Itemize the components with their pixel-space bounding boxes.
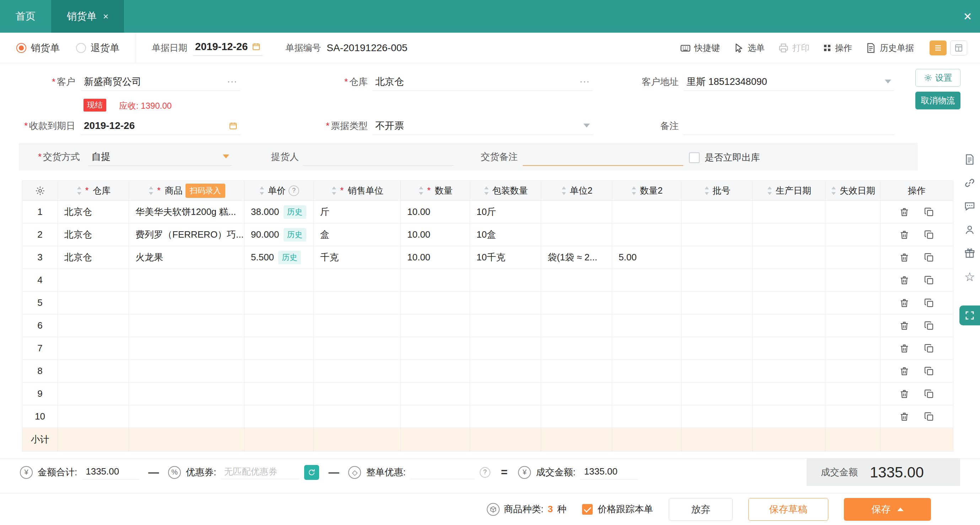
cell-exp-date[interactable] — [826, 269, 880, 292]
list-view-toggle[interactable] — [929, 40, 947, 56]
save-draft-button[interactable]: 保存草稿 — [748, 498, 828, 521]
price-track-checkbox[interactable]: 价格跟踪本单 — [582, 503, 653, 515]
sort-icon[interactable] — [331, 186, 337, 196]
delete-row-icon[interactable] — [899, 366, 910, 377]
cell-unit2[interactable] — [541, 405, 612, 428]
order-discount-input[interactable] — [411, 466, 475, 479]
delete-row-icon[interactable] — [899, 252, 910, 263]
cell-exp-date[interactable] — [826, 383, 880, 405]
cell-warehouse[interactable] — [58, 314, 129, 337]
cell-product[interactable] — [129, 360, 245, 383]
sort-icon[interactable] — [418, 186, 424, 196]
tab-home[interactable]: 首页 — [0, 0, 51, 33]
delete-row-icon[interactable] — [899, 411, 910, 422]
delete-row-icon[interactable] — [899, 320, 910, 331]
cell-qty2[interactable] — [612, 360, 681, 383]
price-help-icon[interactable]: ? — [288, 185, 299, 196]
cell-warehouse[interactable]: 北京仓 — [58, 201, 129, 223]
cell-unit2[interactable] — [541, 292, 612, 314]
due-date-field[interactable]: 2019-12-26 — [81, 116, 240, 135]
cell-warehouse[interactable] — [58, 269, 129, 292]
gift-icon[interactable] — [963, 247, 977, 260]
cell-product[interactable] — [129, 383, 245, 405]
picker-input[interactable] — [306, 151, 451, 162]
cell-warehouse[interactable] — [58, 337, 129, 360]
cell-pack-qty[interactable]: 10千克 — [470, 246, 541, 269]
cell-qty2[interactable] — [612, 201, 681, 223]
chevron-down-icon[interactable] — [223, 154, 229, 158]
cell-qty2[interactable] — [612, 383, 681, 405]
scan-entry-button[interactable]: 扫码录入 — [186, 184, 225, 198]
cell-unit2[interactable] — [541, 201, 612, 223]
history-badge[interactable]: 历史 — [283, 228, 306, 242]
message-icon[interactable] — [963, 200, 977, 213]
cell-product[interactable] — [129, 292, 245, 314]
cell-warehouse[interactable] — [58, 405, 129, 428]
cell-pack-qty[interactable] — [470, 337, 541, 360]
sort-icon[interactable] — [631, 186, 637, 196]
warehouse-field[interactable]: 北京仓 ··· — [372, 72, 593, 91]
cell-warehouse[interactable] — [58, 383, 129, 405]
warehouse-more-button[interactable]: ··· — [579, 76, 590, 87]
discard-button[interactable]: 放弃 — [669, 498, 733, 521]
cell-warehouse[interactable] — [58, 360, 129, 383]
copy-row-icon[interactable] — [924, 388, 934, 399]
copy-row-icon[interactable] — [924, 411, 934, 422]
cell-warehouse[interactable]: 北京仓 — [58, 246, 129, 269]
favorite-star-icon[interactable]: ☆ — [963, 270, 977, 283]
cell-exp-date[interactable] — [826, 314, 880, 337]
copy-row-icon[interactable] — [924, 275, 934, 286]
pick-order-button[interactable]: 选单 — [733, 42, 765, 54]
cell-qty[interactable]: 10.00 — [401, 201, 470, 223]
sort-icon[interactable] — [767, 186, 773, 196]
cell-prod-date[interactable] — [752, 269, 826, 292]
calendar-icon[interactable] — [229, 121, 237, 130]
cell-sale-unit[interactable] — [314, 337, 401, 360]
copy-row-icon[interactable] — [924, 207, 934, 217]
cell-sale-unit[interactable] — [314, 269, 401, 292]
cell-exp-date[interactable] — [826, 246, 880, 269]
cell-product[interactable]: 华美华夫软饼1200g 糕... — [129, 201, 245, 223]
cell-unit2[interactable] — [541, 383, 612, 405]
save-button[interactable]: 保存 — [844, 498, 931, 521]
cell-batch[interactable] — [681, 269, 752, 292]
cell-qty2[interactable] — [612, 337, 681, 360]
copy-row-icon[interactable] — [924, 366, 934, 377]
tab-close-icon[interactable]: × — [103, 11, 108, 22]
doc-date-input[interactable]: 2019-12-26 — [193, 40, 262, 56]
cell-qty[interactable] — [401, 292, 470, 314]
cell-price[interactable]: 5.500历史 — [245, 246, 314, 269]
cell-exp-date[interactable] — [826, 360, 880, 383]
link-icon[interactable] — [963, 176, 977, 190]
cell-qty[interactable] — [401, 269, 470, 292]
cell-qty[interactable] — [401, 337, 470, 360]
sort-icon[interactable] — [830, 186, 837, 196]
cell-qty2[interactable] — [612, 405, 681, 428]
customer-field[interactable]: 新盛商贸公司 ··· — [81, 72, 240, 91]
operations-button[interactable]: 操作 — [823, 42, 852, 54]
cell-product[interactable] — [129, 337, 245, 360]
cell-batch[interactable] — [681, 246, 752, 269]
delete-row-icon[interactable] — [899, 388, 910, 399]
cell-batch[interactable] — [681, 360, 752, 383]
cell-product[interactable] — [129, 314, 245, 337]
history-badge[interactable]: 历史 — [278, 251, 301, 264]
delivery-note-input[interactable] — [525, 151, 681, 162]
cell-unit2[interactable]: 袋(1袋 ≈ 2... — [541, 246, 612, 269]
cell-qty[interactable] — [401, 314, 470, 337]
copy-row-icon[interactable] — [924, 298, 934, 308]
print-button[interactable]: 打印 — [778, 42, 810, 54]
cell-sale-unit[interactable]: 斤 — [314, 201, 401, 223]
cell-pack-qty[interactable] — [470, 292, 541, 314]
cell-price[interactable] — [245, 337, 314, 360]
cell-sale-unit[interactable]: 千克 — [314, 246, 401, 269]
immediate-outbound-checkbox[interactable]: 是否立即出库 — [689, 151, 760, 164]
cell-qty[interactable] — [401, 360, 470, 383]
cell-price[interactable]: 38.000历史 — [245, 201, 314, 223]
cell-batch[interactable] — [681, 314, 752, 337]
chevron-down-icon[interactable] — [885, 80, 891, 83]
gear-icon[interactable] — [35, 185, 46, 196]
cell-unit2[interactable] — [541, 360, 612, 383]
fullscreen-icon[interactable] — [959, 305, 980, 325]
cell-qty2[interactable]: 5.00 — [612, 246, 681, 269]
